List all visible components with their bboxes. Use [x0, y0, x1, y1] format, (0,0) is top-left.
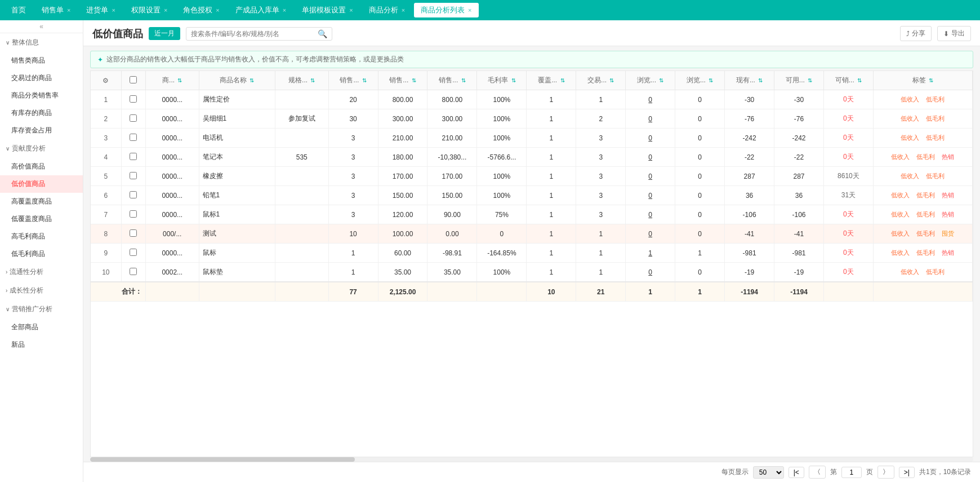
sort-icon-spec[interactable]: ⇅ [310, 77, 315, 83]
sort-icon-trade[interactable]: ⇅ [609, 77, 614, 83]
row-check-9[interactable] [121, 263, 145, 282]
nav-tab-close-7[interactable]: × [468, 7, 471, 14]
sidebar-item-1-1[interactable]: 低价值商品 [0, 175, 83, 193]
nav-tab-close-0[interactable]: × [67, 7, 70, 14]
sort-icon-grossrate[interactable]: ⇅ [511, 77, 516, 83]
th-name[interactable]: 商品名称 ⇅ [199, 71, 275, 90]
row-view1-7[interactable]: 0 [626, 224, 675, 244]
nav-tab-1[interactable]: 进货单 × [79, 3, 122, 17]
row-view1-3[interactable]: 0 [626, 148, 675, 167]
sidebar-item-1-3[interactable]: 低覆盖度商品 [0, 210, 83, 228]
last-page-btn[interactable]: >| [899, 467, 915, 478]
nav-tab-2[interactable]: 权限设置 × [124, 3, 174, 17]
sidebar-section-gongxian[interactable]: ∨ 贡献度分析 [0, 139, 83, 158]
next-page-btn[interactable]: 〉 [877, 466, 894, 479]
sort-icon-code[interactable]: ⇅ [177, 77, 182, 83]
filter-btn[interactable]: 近一月 [149, 27, 180, 40]
th-gross-rate[interactable]: 毛利率 ⇅ [477, 71, 527, 90]
row-view1-1[interactable]: 0 [626, 109, 675, 129]
row-check-7[interactable] [121, 224, 145, 244]
sidebar-item-0-4[interactable]: 库存资金占用 [0, 122, 83, 139]
sort-icon-saleprice[interactable]: ⇅ [412, 77, 416, 83]
row-check-5[interactable] [121, 186, 145, 205]
th-coverage[interactable]: 覆盖... ⇅ [527, 71, 576, 90]
row-check-6[interactable] [121, 205, 145, 224]
row-check-0[interactable] [121, 90, 145, 109]
sort-icon-tags[interactable]: ⇅ [929, 77, 933, 83]
row-view1-4[interactable]: 0 [626, 167, 675, 186]
sort-icon-name[interactable]: ⇅ [250, 77, 254, 83]
th-code[interactable]: 商... ⇅ [145, 71, 199, 90]
sidebar-item-0-3[interactable]: 有库存的商品 [0, 104, 83, 122]
row-view1-0[interactable]: 0 [626, 90, 675, 109]
th-current[interactable]: 现有... ⇅ [725, 71, 774, 90]
th-check[interactable] [121, 71, 145, 90]
nav-tab-7[interactable]: 商品分析列表 × [414, 3, 478, 17]
select-all-checkbox[interactable] [130, 76, 137, 83]
row-check-2[interactable] [121, 129, 145, 148]
sidebar-collapse-btn[interactable]: « [0, 20, 83, 33]
th-sale-price[interactable]: 销售... ⇅ [378, 71, 427, 90]
share-button[interactable]: ⤴ 分享 [900, 26, 932, 41]
row-view1-6[interactable]: 0 [626, 205, 675, 224]
nav-tab-0[interactable]: 销售单 × [35, 3, 77, 17]
th-tags[interactable]: 标签 ⇅ [873, 71, 972, 90]
page-size-select[interactable]: 50 100 200 [753, 466, 784, 479]
sidebar-item-0-0[interactable]: 销售类商品 [0, 52, 83, 69]
sidebar-section-yingxiao[interactable]: ∨ 营销推广分析 [0, 300, 83, 319]
sort-icon-saleable[interactable]: ⇅ [857, 77, 862, 83]
settings-icon[interactable]: ⚙ [103, 77, 109, 85]
sidebar-section-liutong[interactable]: › 流通性分析 [0, 263, 83, 281]
nav-tab-4[interactable]: 产成品入库单 × [229, 3, 293, 17]
th-spec[interactable]: 规格... ⇅ [275, 71, 328, 90]
first-page-btn[interactable]: |< [789, 467, 804, 478]
row-view1-9[interactable]: 0 [626, 263, 675, 282]
th-saleable[interactable]: 可销... ⇅ [823, 71, 873, 90]
sort-icon-current[interactable]: ⇅ [758, 77, 763, 83]
search-icon[interactable]: 🔍 [318, 29, 327, 38]
sort-icon-view1[interactable]: ⇅ [659, 77, 663, 83]
row-check-3[interactable] [121, 148, 145, 167]
nav-tab-close-3[interactable]: × [216, 7, 219, 14]
sidebar-item-0-1[interactable]: 交易过的商品 [0, 69, 83, 87]
nav-tab-5[interactable]: 单据模板设置 × [295, 3, 359, 17]
th-sale-amount[interactable]: 销售... ⇅ [427, 71, 477, 90]
sort-icon-saleamount[interactable]: ⇅ [461, 77, 466, 83]
th-view2[interactable]: 浏览... ⇅ [675, 71, 725, 90]
sidebar-section-chengzhang[interactable]: › 成长性分析 [0, 281, 83, 300]
sidebar-item-1-2[interactable]: 高覆盖度商品 [0, 193, 83, 210]
page-number-input[interactable] [841, 467, 862, 478]
row-check-1[interactable] [121, 109, 145, 129]
row-check-4[interactable] [121, 167, 145, 186]
search-input[interactable] [191, 30, 315, 38]
nav-tab-close-5[interactable]: × [349, 7, 353, 14]
nav-tab-close-6[interactable]: × [402, 7, 405, 14]
row-view1-8[interactable]: 1 [626, 244, 675, 263]
sidebar-item-4-1[interactable]: 新品 [0, 336, 83, 353]
nav-tab-6[interactable]: 商品分析 × [362, 3, 412, 17]
prev-page-btn[interactable]: 〈 [809, 466, 826, 479]
row-view1-2[interactable]: 0 [626, 129, 675, 148]
nav-home[interactable]: 首页 [5, 3, 33, 17]
sidebar-item-1-5[interactable]: 低毛利商品 [0, 245, 83, 263]
nav-tab-close-1[interactable]: × [112, 7, 115, 14]
th-view1[interactable]: 浏览... ⇅ [626, 71, 675, 90]
sidebar-item-1-0[interactable]: 高价值商品 [0, 158, 83, 175]
table-scrollbar[interactable] [90, 457, 973, 462]
sidebar-item-1-4[interactable]: 高毛利商品 [0, 228, 83, 245]
sidebar-item-4-0[interactable]: 全部商品 [0, 319, 83, 336]
sort-icon-coverage[interactable]: ⇅ [560, 77, 565, 83]
th-available[interactable]: 可用... ⇅ [774, 71, 824, 90]
sidebar-item-0-2[interactable]: 商品分类销售率 [0, 87, 83, 104]
row-check-8[interactable] [121, 244, 145, 263]
sort-icon-view2[interactable]: ⇅ [709, 77, 713, 83]
sort-icon-available[interactable]: ⇅ [808, 77, 812, 83]
th-settings[interactable]: ⚙ [91, 71, 121, 90]
th-trade[interactable]: 交易... ⇅ [576, 71, 626, 90]
export-button[interactable]: ⬇ 导出 [937, 26, 971, 41]
sidebar-section-zhengti[interactable]: ∨ 整体信息 [0, 33, 83, 52]
nav-tab-close-2[interactable]: × [164, 7, 167, 14]
nav-tab-3[interactable]: 角色授权 × [176, 3, 226, 17]
sort-icon-salecount[interactable]: ⇅ [362, 77, 367, 83]
nav-tab-close-4[interactable]: × [283, 7, 286, 14]
